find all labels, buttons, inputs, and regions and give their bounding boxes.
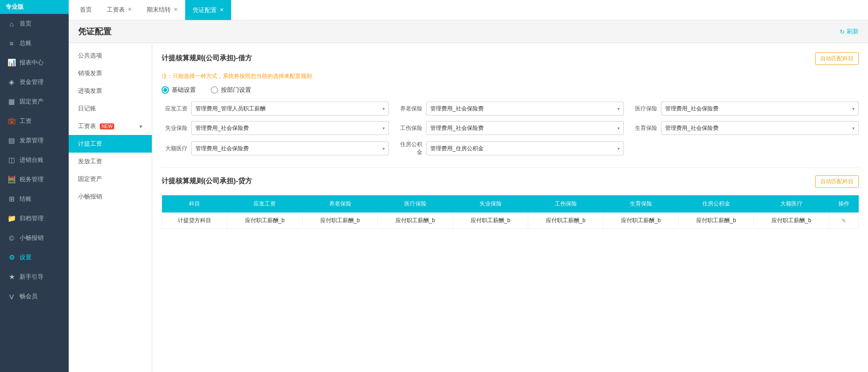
field-shiye-value: 管理费用_社会保险费 xyxy=(195,124,382,132)
radio-dept[interactable]: 按部门设置 xyxy=(211,86,251,94)
field-shiye-label: 失业保险 xyxy=(162,124,188,132)
radio-dept-circle xyxy=(211,86,218,94)
chevron-down-icon: ▾ xyxy=(617,146,620,151)
sidebar-item-guide[interactable]: ★ 新手引导 xyxy=(0,267,69,287)
refresh-label: 刷新 xyxy=(847,27,859,36)
debit-auto-match-button[interactable]: 自动匹配科目 xyxy=(815,52,859,65)
left-nav-purchase-invoice[interactable]: 进项发票 xyxy=(69,82,152,100)
sidebar-item-vip[interactable]: V 畅会员 xyxy=(0,287,69,306)
assets-icon: ▦ xyxy=(7,97,16,106)
sidebar-item-label: 归档管理 xyxy=(19,214,44,223)
xiaochang-icon: © xyxy=(7,234,16,242)
tab-period-close-close[interactable]: ✕ xyxy=(174,6,178,13)
left-nav-sales-invoice[interactable]: 销项发票 xyxy=(69,64,152,82)
field-yiliao-select[interactable]: 管理费用_社会保险费 ▾ xyxy=(661,102,859,115)
radio-basic[interactable]: 基础设置 xyxy=(162,86,196,94)
field-shengyu: 生育保险 管理费用_社会保险费 ▾ xyxy=(631,121,859,135)
sidebar-item-tax[interactable]: 🧮 税务管理 xyxy=(0,170,69,189)
left-nav-public[interactable]: 公共选项 xyxy=(69,47,152,64)
tab-voucher-config-close[interactable]: ✕ xyxy=(220,7,224,13)
field-gongjijin-label: 住房公积金 xyxy=(396,141,422,156)
credit-section: 计提核算规则(公司承担)-贷方 自动匹配科目 科目 应发工资 养老保险 医疗保险… xyxy=(162,175,859,229)
credit-table: 科目 应发工资 养老保险 医疗保险 失业保险 工伤保险 生育保险 住房公积金 大… xyxy=(162,195,859,229)
td-daeliao: 应付职工薪酬_b xyxy=(754,213,829,229)
tax-icon: 🧮 xyxy=(7,175,16,184)
sidebar-item-trade[interactable]: ◫ 进销台账 xyxy=(0,150,69,170)
left-nav-expense[interactable]: 小畅报销 xyxy=(69,188,152,205)
left-nav-journal[interactable]: 日记账 xyxy=(69,100,152,117)
left-nav-calc-salary[interactable]: 计提工资 xyxy=(69,135,152,153)
field-daeliao-label: 大额医疗 xyxy=(162,145,188,153)
tab-bar: 首页 工资表 ✕ 期末结转 ✕ 凭证配置 ✕ xyxy=(69,0,868,20)
tab-salary-table[interactable]: 工资表 ✕ xyxy=(99,0,139,20)
table-header-row: 科目 应发工资 养老保险 医疗保险 失业保险 工伤保险 生育保险 住房公积金 大… xyxy=(162,195,859,213)
tab-home[interactable]: 首页 xyxy=(72,0,99,20)
field-yanglao: 养老保险 管理费用_社会保险费 ▾ xyxy=(396,102,624,115)
chevron-down-icon: ▾ xyxy=(382,126,385,131)
chevron-down-icon: ▾ xyxy=(617,126,620,131)
refresh-button[interactable]: ↻ 刷新 xyxy=(840,27,859,36)
left-nav-fixed-assets[interactable]: 固定资产 xyxy=(69,170,152,188)
field-shiye-select[interactable]: 管理费用_社会保险费 ▾ xyxy=(191,121,389,135)
close-account-icon: ⊞ xyxy=(7,195,16,203)
sidebar-item-label: 发票管理 xyxy=(19,136,44,145)
edit-icon[interactable]: ✎ xyxy=(842,218,846,224)
field-yanglao-select[interactable]: 管理费用_社会保险费 ▾ xyxy=(426,102,624,115)
field-yingfa-select[interactable]: 管理费用_管理人员职工薪酬 ▾ xyxy=(191,102,389,115)
funds-icon: ◈ xyxy=(7,78,16,86)
tab-home-label: 首页 xyxy=(80,6,92,14)
chevron-down-icon: ▾ xyxy=(382,146,385,151)
td-gongshang: 应付职工薪酬_b xyxy=(528,213,603,229)
salary-icon: 💼 xyxy=(7,117,16,125)
th-yanglao: 养老保险 xyxy=(303,195,378,213)
field-yanglao-label: 养老保险 xyxy=(396,105,422,113)
td-edit[interactable]: ✎ xyxy=(829,213,858,229)
field-shengyu-select[interactable]: 管理费用_社会保险费 ▾ xyxy=(661,121,859,135)
sidebar-item-home[interactable]: ⌂ 首页 xyxy=(0,14,69,33)
sidebar-item-label: 进销台账 xyxy=(19,156,44,164)
tab-voucher-config-label: 凭证配置 xyxy=(193,6,217,14)
archive-icon: 📁 xyxy=(7,214,16,223)
field-yiliao-value: 管理费用_社会保险费 xyxy=(665,105,852,113)
th-action: 操作 xyxy=(829,195,858,213)
tab-period-close[interactable]: 期末结转 ✕ xyxy=(139,0,185,20)
field-yingfa-label: 应发工资 xyxy=(162,105,188,113)
field-yiliao: 医疗保险 管理费用_社会保险费 ▾ xyxy=(631,102,859,115)
tab-period-close-label: 期末结转 xyxy=(147,6,171,14)
sidebar-item-salary[interactable]: 💼 工资 xyxy=(0,111,69,131)
tab-salary-table-close[interactable]: ✕ xyxy=(128,6,132,13)
left-nav-salary-table[interactable]: 工资表 NEW ▾ xyxy=(69,117,152,135)
sidebar-item-invoice-mgmt[interactable]: ▤ 发票管理 xyxy=(0,131,69,150)
credit-auto-match-button[interactable]: 自动匹配科目 xyxy=(815,175,859,188)
debit-section: 计提核算规则(公司承担)-借方 自动匹配科目 注：只能选择一种方式，系统将按照您… xyxy=(162,52,859,156)
sidebar-item-reports[interactable]: 📊 报表中心 xyxy=(0,53,69,72)
td-subject: 计提贷方科目 xyxy=(162,213,227,229)
debit-section-note: 注：只能选择一种方式，系统将按照您当前的选择来配置规则 xyxy=(162,72,859,80)
sidebar-item-funds[interactable]: ◈ 资金管理 xyxy=(0,72,69,92)
sidebar-item-xiaochang[interactable]: © 小畅报销 xyxy=(0,228,69,248)
field-gongjijin-select[interactable]: 管理费用_住房公积金 ▾ xyxy=(426,141,624,155)
sidebar-item-ledger[interactable]: ≡ 总账 xyxy=(0,33,69,53)
left-nav-pay-salary[interactable]: 发放工资 xyxy=(69,153,152,170)
left-nav: 公共选项 销项发票 进项发票 日记账 工资表 NEW ▾ 计提工资 发放工资 xyxy=(69,43,152,372)
sidebar-item-label: 首页 xyxy=(19,19,32,28)
th-yingfa: 应发工资 xyxy=(227,195,302,213)
sidebar-item-close[interactable]: ⊞ 结账 xyxy=(0,189,69,209)
sidebar-item-label: 资金管理 xyxy=(19,78,44,86)
th-shiye: 失业保险 xyxy=(453,195,528,213)
field-gongshang-value: 管理费用_社会保险费 xyxy=(430,124,617,132)
chevron-down-icon: ▾ xyxy=(617,106,620,111)
tab-voucher-config[interactable]: 凭证配置 ✕ xyxy=(185,0,231,20)
brand-label: 专业版 xyxy=(6,3,24,11)
trade-icon: ◫ xyxy=(7,156,16,164)
guide-icon: ★ xyxy=(7,273,16,281)
sidebar-item-assets[interactable]: ▦ 固定资产 xyxy=(0,92,69,111)
ledger-icon: ≡ xyxy=(7,39,16,47)
field-gongshang-select[interactable]: 管理费用_社会保险费 ▾ xyxy=(426,121,624,135)
field-gongjijin-value: 管理费用_住房公积金 xyxy=(430,145,617,153)
td-shengyu: 应付职工薪酬_b xyxy=(603,213,679,229)
sidebar-item-settings[interactable]: ⚙ 设置 xyxy=(0,248,69,267)
sidebar-item-archive[interactable]: 📁 归档管理 xyxy=(0,209,69,228)
td-yanglao: 应付职工薪酬_b xyxy=(303,213,378,229)
field-daeliao-select[interactable]: 管理费用_社会保险费 ▾ xyxy=(191,141,389,155)
